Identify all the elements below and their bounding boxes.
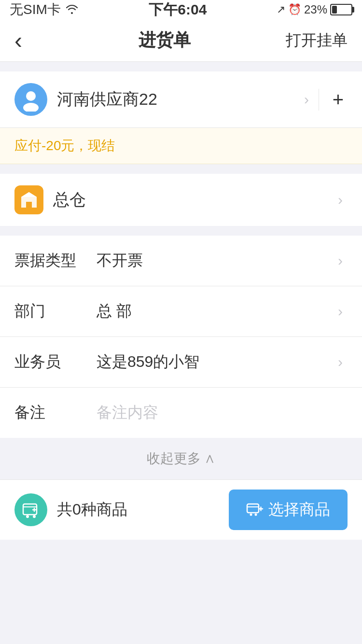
remark-row[interactable]: 备注 备注内容 bbox=[0, 387, 362, 438]
divider-3 bbox=[0, 226, 362, 236]
svg-point-1 bbox=[23, 103, 39, 112]
salesperson-label: 业务员 bbox=[14, 351, 82, 373]
department-chevron: › bbox=[338, 303, 343, 320]
department-label: 部门 bbox=[14, 301, 82, 322]
supplier-name: 河南供应商22 bbox=[57, 88, 304, 111]
status-time: 下午6:04 bbox=[149, 0, 207, 20]
invoice-type-row[interactable]: 票据类型 不开票 › bbox=[0, 236, 362, 286]
remark-input[interactable]: 备注内容 bbox=[97, 402, 348, 423]
svg-point-7 bbox=[250, 514, 252, 516]
supplier-section: 河南供应商22 › + 应付-20元，现结 bbox=[0, 71, 362, 164]
salesperson-chevron: › bbox=[338, 354, 343, 370]
divider-1 bbox=[0, 62, 362, 71]
chevron-right-icon: › bbox=[304, 91, 309, 108]
carrier-label: 无SIM卡 bbox=[10, 0, 61, 19]
page-title: 进货单 bbox=[139, 28, 191, 52]
cart-icon bbox=[21, 500, 41, 519]
page-fill bbox=[0, 540, 362, 644]
warehouse-row[interactable]: 总仓 › bbox=[0, 174, 362, 226]
svg-rect-2 bbox=[26, 202, 32, 208]
bottom-bar: 共0种商品 选择商品 bbox=[0, 479, 362, 540]
department-value: 总 部 bbox=[97, 301, 338, 322]
warehouse-name: 总仓 bbox=[53, 189, 338, 211]
status-left: 无SIM卡 bbox=[10, 0, 79, 19]
select-product-icon bbox=[246, 501, 264, 518]
select-product-button[interactable]: 选择商品 bbox=[229, 490, 348, 530]
back-button[interactable]: ‹ bbox=[14, 27, 43, 54]
warehouse-icon bbox=[14, 185, 43, 214]
svg-point-0 bbox=[26, 91, 36, 101]
status-bar: 无SIM卡 下午6:04 ↗ ⏰ 23% bbox=[0, 0, 362, 19]
notice-bar: 应付-20元，现结 bbox=[0, 128, 362, 164]
salesperson-row[interactable]: 业务员 这是859的小智 › bbox=[0, 336, 362, 387]
alarm-icon: ⏰ bbox=[288, 3, 301, 16]
add-button[interactable]: + bbox=[319, 89, 348, 111]
wifi-icon bbox=[65, 2, 79, 17]
svg-point-8 bbox=[255, 514, 257, 516]
svg-point-4 bbox=[26, 515, 29, 518]
department-row[interactable]: 部门 总 部 › bbox=[0, 286, 362, 336]
invoice-type-label: 票据类型 bbox=[14, 250, 82, 271]
supplier-row[interactable]: 河南供应商22 › + bbox=[0, 71, 362, 128]
open-pending-button[interactable]: 打开挂单 bbox=[286, 30, 348, 51]
invoice-type-value: 不开票 bbox=[97, 250, 338, 271]
svg-point-5 bbox=[33, 515, 36, 518]
svg-rect-6 bbox=[247, 504, 259, 513]
select-product-label: 选择商品 bbox=[268, 499, 330, 520]
invoice-type-chevron: › bbox=[338, 252, 343, 269]
battery-label: 23% bbox=[304, 3, 327, 16]
collapse-row[interactable]: 收起更多 ∧ bbox=[0, 438, 362, 479]
product-count: 共0种商品 bbox=[57, 499, 219, 520]
collapse-label: 收起更多 ∧ bbox=[147, 449, 216, 468]
nav-bar: ‹ 进货单 打开挂单 bbox=[0, 19, 362, 62]
warehouse-section: 总仓 › bbox=[0, 174, 362, 226]
status-right: ↗ ⏰ 23% bbox=[277, 3, 352, 16]
divider-2 bbox=[0, 164, 362, 174]
salesperson-value: 这是859的小智 bbox=[97, 351, 338, 373]
remark-label: 备注 bbox=[14, 402, 82, 423]
form-section: 票据类型 不开票 › 部门 总 部 › 业务员 这是859的小智 › 备注 备注… bbox=[0, 236, 362, 438]
warehouse-chevron-icon: › bbox=[338, 192, 343, 208]
supplier-avatar bbox=[14, 83, 47, 116]
battery-icon bbox=[330, 4, 352, 15]
location-icon: ↗ bbox=[277, 3, 285, 16]
cart-icon-wrap bbox=[14, 493, 47, 526]
notice-text: 应付-20元，现结 bbox=[14, 138, 115, 153]
